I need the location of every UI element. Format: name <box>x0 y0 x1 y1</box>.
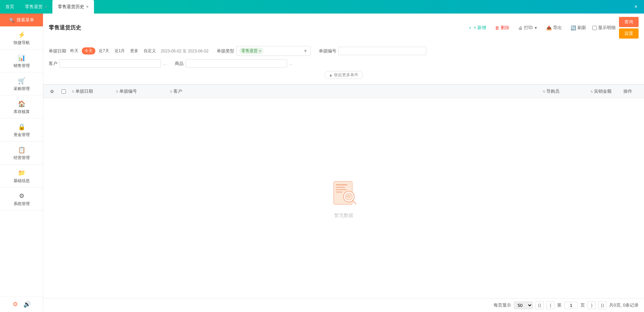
th-guide[interactable]: ⇅ 导购员 <box>540 88 580 94</box>
filter-area: 单据日期 昨天 今天 近7天 近1月 更多 自定义 2023-06-02 至 2… <box>49 43 639 84</box>
goods-filter: 商品 ... <box>175 59 293 68</box>
svg-rect-3 <box>336 189 347 190</box>
bill-type-label: 单据类型 <box>217 48 234 54</box>
last-page-btn[interactable]: ⟩⟩ <box>598 301 606 309</box>
export-button[interactable]: 📤 导出 <box>544 23 565 32</box>
settings-button[interactable]: 设置 <box>619 28 639 39</box>
bill-type-filter: 单据类型 零售退货 × ▼ <box>217 46 311 56</box>
refresh-button[interactable]: 🔄 刷新 <box>568 23 589 32</box>
empty-illustration <box>327 178 361 208</box>
tab-retail-return-history[interactable]: 零售退货历史 × <box>52 0 94 14</box>
svg-rect-1 <box>336 184 348 185</box>
volume-icon[interactable]: 🔊 <box>23 300 31 308</box>
sidebar-item-sales-mgmt-label: 销售管理 <box>14 63 30 69</box>
tab-retail-return-close[interactable]: × <box>45 4 47 9</box>
th-amount[interactable]: ⇅ 实销金额 <box>580 88 614 94</box>
bill-no-label: 单据编号 <box>319 48 336 54</box>
svg-rect-2 <box>336 187 345 188</box>
system-mgmt-icon: ⚙ <box>19 192 24 200</box>
sidebar-item-inventory-label: 库存核算 <box>14 109 30 115</box>
refresh-button-label: 刷新 <box>577 25 586 31</box>
table-footer: 每页显示 10 20 50 100 ⟨⟨ ⟨ 第 页 ⟩ ⟩⟩ 共0页, 0条记… <box>43 298 644 312</box>
new-button-label: + 新增 <box>474 25 486 31</box>
sidebar-search[interactable]: 🔍 搜索菜单 <box>0 14 43 26</box>
th-action-label: 操作 <box>623 88 632 94</box>
tab-retail-return[interactable]: 零售退货 × <box>20 0 52 14</box>
sidebar-item-system-mgmt[interactable]: ⚙ 系统管理 <box>0 187 43 210</box>
next-page-btn[interactable]: ⟩ <box>588 301 596 309</box>
purchase-mgmt-icon: 🛒 <box>18 77 25 85</box>
th-guide-label: 导购员 <box>546 88 559 94</box>
collapse-label: 收起更多条件 <box>334 72 358 78</box>
sidebar-item-inventory[interactable]: 🏠 库存核算 <box>0 95 43 118</box>
sidebar-item-operations-label: 经营管理 <box>14 155 30 161</box>
content-area: 零售退货历史 ＋ + 新增 🗑 删除 🖨 打印 ▼ <box>43 14 644 312</box>
sidebar-bottom: ⚙ 🔊 <box>0 296 43 312</box>
operations-icon: 📋 <box>18 146 25 154</box>
sort-amount-icon: ⇅ <box>590 90 593 93</box>
tab-retail-return-history-close[interactable]: × <box>86 4 89 9</box>
query-button[interactable]: 查询 <box>619 17 639 27</box>
today-btn[interactable]: 今天 <box>82 47 95 54</box>
select-all-checkbox[interactable] <box>62 89 66 94</box>
first-page-btn[interactable]: ⟨⟨ <box>535 301 544 309</box>
last7days-btn[interactable]: 近7天 <box>97 47 111 54</box>
collapse-button[interactable]: ▲ 收起更多条件 <box>325 71 363 79</box>
bill-no-input[interactable] <box>338 47 426 55</box>
table-header: ⚙ ⇅ 单据日期 ⇅ 单据编号 ⇅ 客户 ⇅ <box>43 85 644 98</box>
empty-state: 暂无数据 <box>43 98 644 298</box>
new-button[interactable]: ＋ + 新增 <box>465 23 489 32</box>
th-action: 操作 <box>614 88 641 94</box>
more-btn[interactable]: 更多 <box>128 47 140 54</box>
goods-filter-label: 商品 <box>175 61 184 67</box>
th-customer[interactable]: ⇅ 客户 <box>167 88 540 94</box>
delete-button[interactable]: 🗑 删除 <box>492 23 512 32</box>
svg-point-6 <box>345 193 352 200</box>
window-close-btn[interactable]: × <box>633 4 639 9</box>
prev-page-btn[interactable]: ⟨ <box>546 301 554 309</box>
sidebar-item-quick-nav[interactable]: ⚡ 快捷导航 <box>0 26 43 49</box>
page-label: 第 <box>557 302 562 308</box>
bill-type-select[interactable]: 零售退货 × ▼ <box>236 46 311 56</box>
customer-ellipsis[interactable]: ... <box>163 61 167 66</box>
th-check[interactable] <box>58 89 69 94</box>
sidebar-item-purchase-mgmt[interactable]: 🛒 采购管理 <box>0 72 43 95</box>
date-shortcuts: 昨天 今天 近7天 近1月 更多 自定义 <box>68 47 158 54</box>
customer-input[interactable] <box>59 59 161 68</box>
th-setting[interactable]: ⚙ <box>46 89 58 94</box>
filter-row-2: 客户 ... 商品 ... <box>49 59 639 68</box>
quick-nav-icon: ⚡ <box>18 31 25 39</box>
date-filter: 单据日期 昨天 今天 近7天 近1月 更多 自定义 <box>49 47 158 54</box>
sort-up-icon: ⇅ <box>72 90 74 93</box>
sidebar-search-label: 搜索菜单 <box>17 17 34 23</box>
per-page-select[interactable]: 10 20 50 100 <box>514 302 533 309</box>
customer-filter-label: 客户 <box>49 61 57 67</box>
custom-btn[interactable]: 自定义 <box>142 47 158 54</box>
show-detail-input[interactable] <box>592 26 597 30</box>
show-detail-checkbox[interactable]: 显示明细 <box>592 25 616 31</box>
base-info-icon: 📁 <box>18 169 25 177</box>
th-billno[interactable]: ⇅ 单据编号 <box>113 88 167 94</box>
sidebar-item-base-info[interactable]: 📁 基础信息 <box>0 164 43 187</box>
sidebar-item-operations[interactable]: 📋 经营管理 <box>0 141 43 164</box>
goods-ellipsis[interactable]: ... <box>289 61 293 66</box>
page-header: 零售退货历史 ＋ + 新增 🗑 删除 🖨 打印 ▼ <box>43 14 644 85</box>
last1month-btn[interactable]: 近1月 <box>113 47 127 54</box>
tab-home[interactable]: 首页 <box>0 0 20 14</box>
sidebar: 🔍 搜索菜单 ⚡ 快捷导航 📊 销售管理 🛒 采购管理 🏠 库存核算 🔒 资金管… <box>0 14 43 312</box>
svg-line-7 <box>353 200 356 204</box>
sort-customer-icon: ⇅ <box>170 90 172 93</box>
goods-input[interactable] <box>186 59 287 68</box>
sidebar-item-sales-mgmt[interactable]: 📊 销售管理 <box>0 49 43 72</box>
delete-icon: 🗑 <box>495 25 499 30</box>
yesterday-btn[interactable]: 昨天 <box>68 47 80 54</box>
sidebar-item-finance[interactable]: 🔒 资金管理 <box>0 118 43 141</box>
th-date[interactable]: ⇅ 单据日期 <box>69 88 113 94</box>
page-input[interactable] <box>564 302 578 309</box>
print-button[interactable]: 🖨 打印 ▼ <box>516 23 540 32</box>
bill-type-tag-remove[interactable]: × <box>259 49 261 53</box>
page-title: 零售退货历史 <box>49 24 81 31</box>
settings-icon[interactable]: ⚙ <box>13 300 18 308</box>
top-bar: 首页 零售退货 × 零售退货历史 × × <box>0 0 644 14</box>
page-title-row: 零售退货历史 ＋ + 新增 🗑 删除 🖨 打印 ▼ <box>49 17 639 39</box>
